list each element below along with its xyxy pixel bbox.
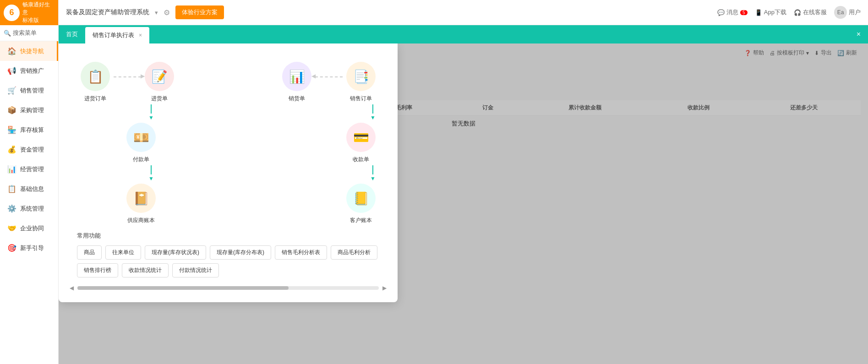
func-buttons-row1: 商品 往来单位 现存量(库存状况表) 现存量(库存分布表) 销售毛利分析表 商品… xyxy=(77,245,379,260)
flow-node-receipt[interactable]: 💳 收款单 xyxy=(346,123,376,163)
tab-home-label: 首页 xyxy=(66,30,78,38)
flow-node-sales[interactable]: 📊 销货单 xyxy=(282,62,311,103)
func-btn-payment-stat[interactable]: 付款情况统计 xyxy=(172,263,219,277)
sidebar-item-basic-info[interactable]: 📋 基础信息 xyxy=(0,179,58,199)
func-btn-sales-profit[interactable]: 销售毛利分析表 xyxy=(275,245,327,260)
content-area: ❓ 帮助 🖨 按模板打印 ▾ ⬇ 导出 🔄 刷新 xyxy=(59,43,868,364)
top-header: 装备及固定资产辅助管理系统 ▾ ⚙ 体验行业方案 💬 消息 5 📱 App下载 … xyxy=(59,0,868,25)
sidebar-item-quick-nav[interactable]: 🏠 快捷导航 xyxy=(0,41,58,61)
popup-box: 📋 进货订单 📝 进货单 xyxy=(59,43,398,302)
flow-node-sales-order[interactable]: 📑 销售订单 xyxy=(346,62,376,103)
sales-icon: 🛒 xyxy=(7,86,16,95)
newbie-icon: 🎯 xyxy=(7,244,16,252)
user-label: 用户 xyxy=(849,8,861,16)
app-download-item[interactable]: 📱 App下载 xyxy=(755,8,786,16)
arrow-v-3: ▼ xyxy=(148,163,154,184)
flow-node-supplier-ledger[interactable]: 📔 供应商账本 xyxy=(126,184,156,224)
sidebar-item-label: 基础信息 xyxy=(20,185,44,193)
common-functions: 常用功能 商品 往来单位 现存量(库存状况表) 现存量(库存分布表) 销售毛利分… xyxy=(70,232,387,277)
payment-label: 付款单 xyxy=(133,156,149,163)
message-item[interactable]: 💬 消息 5 xyxy=(717,8,748,16)
sidebar-item-operation[interactable]: 📊 经营管理 xyxy=(0,159,58,179)
sidebar-item-label: 快捷导航 xyxy=(20,47,44,55)
receipt-label: 收款单 xyxy=(353,156,369,163)
sidebar-item-sales[interactable]: 🛒 销售管理 xyxy=(0,81,58,100)
sales-order-icon: 📑 xyxy=(346,62,376,91)
sidebar-item-label: 企业协同 xyxy=(20,224,44,233)
tab-active-label: 销售订单执行表 xyxy=(93,31,134,39)
tab-bar-close-button[interactable]: × xyxy=(849,30,868,38)
logo-text: 畅康通好生意 标准版 xyxy=(22,1,55,24)
flow-node-purchase-order[interactable]: 📋 进货订单 xyxy=(81,62,110,103)
sidebar-item-purchase[interactable]: 📦 采购管理 xyxy=(0,100,58,120)
arrow-v-2: ▼ xyxy=(370,103,376,123)
flow-node-payment[interactable]: 💴 付款单 xyxy=(126,123,156,163)
func-btn-receipt-stat[interactable]: 收款情况统计 xyxy=(122,263,169,277)
purchase-order-label: 进货订单 xyxy=(84,95,106,103)
sidebar-item-enterprise[interactable]: 🤝 企业协同 xyxy=(0,218,58,238)
sidebar-item-newbie[interactable]: 🎯 新手引导 xyxy=(0,238,58,258)
search-label: 搜索菜单 xyxy=(13,29,37,37)
enterprise-icon: 🤝 xyxy=(7,224,16,233)
experience-button[interactable]: 体验行业方案 xyxy=(175,5,224,19)
receipt-icon: 💳 xyxy=(346,123,376,152)
flow-node-purchase[interactable]: 📝 进货单 xyxy=(145,62,174,103)
sidebar-item-inventory[interactable]: 🏪 库存核算 xyxy=(0,120,58,140)
tab-close-button[interactable]: × xyxy=(139,32,142,38)
func-btn-goods[interactable]: 商品 xyxy=(77,245,102,260)
download-icon: 📱 xyxy=(755,9,762,16)
arrow-v-4: ▼ xyxy=(370,163,376,184)
sidebar-item-label: 经营管理 xyxy=(20,165,44,174)
app-download-label: App下载 xyxy=(764,8,786,16)
tab-home[interactable]: 首页 xyxy=(59,25,85,43)
tab-sales-order[interactable]: 销售订单执行表 × xyxy=(85,27,149,43)
online-service-label: 在线客服 xyxy=(803,8,827,16)
avatar: Ea xyxy=(834,6,847,19)
online-service-item[interactable]: 🎧 在线客服 xyxy=(794,8,827,16)
supplier-ledger-icon: 📔 xyxy=(126,184,156,213)
sidebar-item-label: 销售管理 xyxy=(20,87,44,95)
scroll-left-arrow[interactable]: ◀ xyxy=(70,285,74,291)
dropdown-arrow[interactable]: ▾ xyxy=(155,9,158,16)
sales-order-label: 销售订单 xyxy=(350,95,372,103)
flow-node-customer-ledger[interactable]: 📒 客户账本 xyxy=(346,184,376,224)
logo-icon: 6 xyxy=(4,5,20,21)
user-item[interactable]: Ea 用户 xyxy=(834,6,861,19)
header-right: 💬 消息 5 📱 App下载 🎧 在线客服 Ea 用户 xyxy=(717,6,861,19)
arrow-h-1 xyxy=(110,76,145,88)
func-btn-sales-rank[interactable]: 销售排行榜 xyxy=(77,263,118,277)
marketing-icon: 📢 xyxy=(7,66,16,75)
message-label: 消息 xyxy=(726,8,738,16)
settings-icon[interactable]: ⚙ xyxy=(164,8,170,17)
sidebar-item-label: 库存核算 xyxy=(20,126,44,134)
payment-icon: 💴 xyxy=(126,123,156,152)
sidebar-item-label: 营销推广 xyxy=(20,67,44,75)
message-icon: 💬 xyxy=(717,9,725,16)
func-btn-stock-dist[interactable]: 现存量(库存分布表) xyxy=(210,245,271,260)
arrow-h-2 xyxy=(311,76,346,88)
tab-bar: 首页 销售订单执行表 × × xyxy=(59,25,868,43)
purchase-label: 进货单 xyxy=(151,95,168,103)
common-functions-title: 常用功能 xyxy=(77,232,379,240)
func-btn-stock-status[interactable]: 现存量(库存状况表) xyxy=(145,245,206,260)
sidebar-item-label: 新手引导 xyxy=(20,244,44,252)
message-badge: 5 xyxy=(740,10,748,15)
func-btn-counterpart[interactable]: 往来单位 xyxy=(105,245,141,260)
arrow-v-1: ▼ xyxy=(148,103,154,123)
scroll-track[interactable] xyxy=(77,286,379,290)
operation-icon: 📊 xyxy=(7,165,16,174)
basic-info-icon: 📋 xyxy=(7,185,16,193)
sidebar-item-system[interactable]: ⚙️ 系统管理 xyxy=(0,199,58,218)
func-buttons-row2: 销售排行榜 收款情况统计 付款情况统计 xyxy=(77,263,379,277)
search-menu[interactable]: 🔍 搜索菜单 xyxy=(0,25,58,41)
sidebar-item-marketing[interactable]: 📢 营销推广 xyxy=(0,61,58,81)
sales-icon: 📊 xyxy=(282,62,311,91)
sidebar-item-label: 资金管理 xyxy=(20,146,44,154)
scroll-right-arrow[interactable]: ▶ xyxy=(382,285,387,291)
logo: 6 畅康通好生意 标准版 xyxy=(0,0,58,25)
sales-label: 销货单 xyxy=(289,95,305,103)
func-btn-goods-profit[interactable]: 商品毛利分析 xyxy=(331,245,377,260)
supplier-ledger-label: 供应商账本 xyxy=(127,217,155,224)
sidebar-item-finance[interactable]: 💰 资金管理 xyxy=(0,140,58,159)
customer-ledger-label: 客户账本 xyxy=(350,217,372,224)
